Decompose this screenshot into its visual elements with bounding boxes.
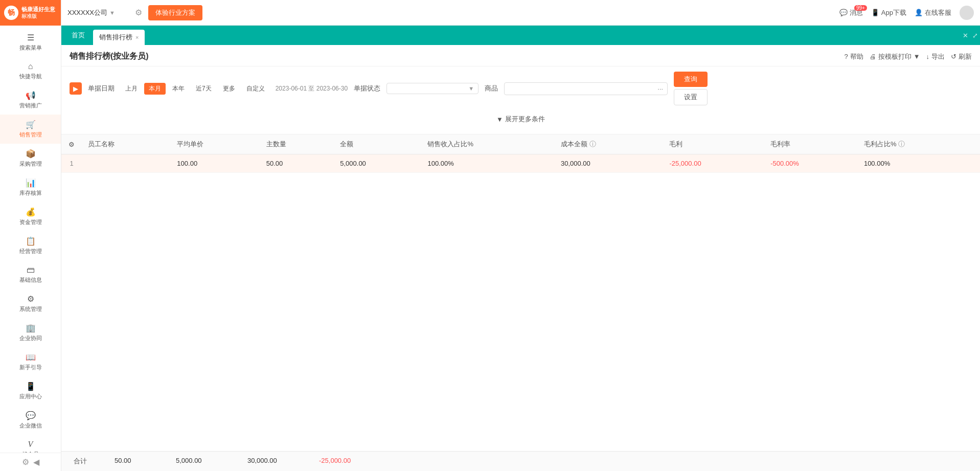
table-row: 1 100.00 50.00 5,000.00 100.00% 30,000.0…	[61, 154, 980, 173]
logo-sub: 标准版	[21, 13, 55, 20]
tab-maximize-btn[interactable]: ⤢	[972, 32, 978, 39]
goods-more-btn[interactable]: ···	[657, 85, 663, 93]
company-name: XXXXXX公司	[67, 8, 107, 17]
sidebar-logo: 畅 畅康通好生意 标准版	[0, 0, 61, 26]
sidebar-item-sales-label: 销售管理	[19, 131, 42, 139]
topbar-gear-icon[interactable]: ⚙	[133, 6, 144, 19]
logo-app-name: 畅康通好生意	[21, 6, 55, 13]
shortcut-custom[interactable]: 自定义	[242, 83, 269, 95]
user-avatar[interactable]	[960, 6, 974, 20]
profit-ratio-info-icon: ⓘ	[898, 140, 905, 148]
sidebar-item-system-label: 系统管理	[19, 305, 42, 313]
tab-close-icon[interactable]: ×	[135, 34, 139, 40]
settings-btn[interactable]: 设置	[674, 89, 708, 105]
query-btn[interactable]: 查询	[674, 72, 708, 87]
expand-more-btn[interactable]: ▼ 展开更多条件	[496, 113, 545, 126]
shortcut-last-month[interactable]: 上月	[121, 83, 142, 95]
help-btn[interactable]: ? 帮助	[844, 52, 863, 61]
wechat-icon: 💬	[26, 411, 36, 420]
operation-icon: 📋	[26, 236, 36, 246]
export-btn[interactable]: ↓ 导出	[926, 52, 945, 61]
sidebar-item-finance-label: 资金管理	[19, 218, 42, 226]
expand-more-row: ▼ 展开更多条件	[70, 109, 972, 129]
sidebar-item-purchase[interactable]: 📦 采购管理	[0, 144, 61, 173]
shortcut-7days[interactable]: 近7天	[191, 83, 216, 95]
sidebar-item-wechat[interactable]: 💬 企业微信	[0, 406, 61, 435]
print-label: 按模板打印	[878, 52, 911, 61]
col-sales-ratio: 销售收入占比%	[421, 134, 555, 154]
sidebar-item-inventory-label: 库存核算	[19, 189, 42, 197]
system-icon: ⚙	[27, 294, 34, 304]
member-icon: V	[28, 440, 33, 449]
expand-more-label: 展开更多条件	[505, 115, 545, 124]
sidebar-item-search[interactable]: ☰ 搜索菜单	[0, 28, 61, 57]
finance-icon: 💰	[26, 207, 36, 217]
col-profit: 毛利	[663, 134, 764, 154]
sidebar-menu: ☰ 搜索菜单 ⌂ 快捷导航 📢 营销推广 🛒 销售管理 📦 采购管理 📊 库存核…	[0, 26, 61, 453]
message-btn[interactable]: 💬 消息 99+	[839, 8, 863, 17]
message-badge: 99+	[854, 5, 867, 11]
sidebar-item-guide[interactable]: 📖 新手引导	[0, 347, 61, 376]
tab-sales-ranking[interactable]: 销售排行榜 ×	[93, 30, 145, 45]
sidebar-item-basic-info[interactable]: 🗃 基础信息	[0, 260, 61, 289]
col-cost: 成本全额 ⓘ	[555, 134, 664, 154]
appstore-icon: 📱	[26, 382, 36, 391]
table-header-row: ⚙ 员工名称 平均单价 主数量 全额 销售收入占比% 成本全额 ⓘ 毛利 毛利率	[61, 134, 980, 154]
tab-home[interactable]: 首页	[63, 26, 93, 45]
sidebar-item-inventory[interactable]: 📊 库存核算	[0, 173, 61, 202]
print-btn[interactable]: 🖨 按模板打印 ▼	[870, 52, 920, 61]
sidebar-item-appstore-label: 应用中心	[19, 393, 42, 400]
guide-icon: 📖	[26, 352, 36, 362]
sidebar-collapse-icon[interactable]: ◀	[33, 457, 39, 467]
shortcut-this-year[interactable]: 本年	[168, 83, 189, 95]
date-shortcuts: 上月 本月 本年 近7天 更多 自定义	[121, 83, 269, 95]
sidebar-item-marketing[interactable]: 📢 营销推广	[0, 85, 61, 115]
goods-input[interactable]: ···	[504, 82, 668, 95]
sidebar-item-nav[interactable]: ⌂ 快捷导航	[0, 57, 61, 85]
sidebar-settings-icon[interactable]: ⚙	[22, 457, 29, 467]
sidebar-item-system[interactable]: ⚙ 系统管理	[0, 289, 61, 318]
col-avg-price: 平均单价	[171, 134, 260, 154]
help-icon: ?	[844, 53, 848, 60]
sidebar-item-member[interactable]: V 畅会员	[0, 435, 61, 453]
refresh-btn[interactable]: ↺ 刷新	[951, 52, 972, 61]
page-content: 销售排行榜(按业务员) ? 帮助 🖨 按模板打印 ▼ ↓ 导出 ↺ 刷新	[61, 45, 980, 471]
status-select[interactable]: ▼	[386, 83, 478, 94]
shortcut-this-month[interactable]: 本月	[144, 83, 166, 95]
filter-row-1: ▶ 单据日期 上月 本月 本年 近7天 更多 自定义 2023-06-01 至 …	[70, 72, 972, 105]
table-footer: 合计 50.00 5,000.00 30,000.00 -25,000.00	[61, 451, 980, 471]
footer-amount: 5,000.00	[170, 457, 241, 466]
cell-rank: 1	[61, 154, 82, 173]
sidebar-item-wechat-label: 企业微信	[19, 422, 42, 430]
message-icon: 💬	[839, 9, 848, 16]
sidebar: 畅 畅康通好生意 标准版 ☰ 搜索菜单 ⌂ 快捷导航 📢 营销推广 🛒 销售管理…	[0, 0, 61, 471]
basic-info-icon: 🗃	[27, 265, 35, 275]
tabbar: 首页 销售排行榜 × ✕ ⤢	[61, 26, 980, 45]
online-service-btn[interactable]: 👤 在线客服	[915, 8, 951, 17]
sidebar-item-enterprise[interactable]: 🏢 企业协同	[0, 318, 61, 347]
topbar: XXXXXX公司 ▼ ⚙ 体验行业方案 💬 消息 99+ 📱 App下载 👤 在…	[61, 0, 980, 26]
tab-close-btn[interactable]: ✕	[963, 32, 968, 39]
tabbar-controls: ✕ ⤢	[963, 32, 978, 39]
footer-label: 合计	[67, 457, 108, 466]
filter-toggle-btn[interactable]: ▶	[70, 82, 82, 95]
col-amount: 全额	[334, 134, 421, 154]
col-employee: 员工名称	[82, 134, 171, 154]
sidebar-item-operation-label: 经营管理	[19, 248, 42, 255]
trial-btn[interactable]: 体验行业方案	[148, 5, 202, 20]
sidebar-item-sales[interactable]: 🛒 销售管理	[0, 115, 61, 144]
sidebar-item-operation[interactable]: 📋 经营管理	[0, 231, 61, 260]
online-service-label: 在线客服	[925, 8, 951, 17]
sidebar-item-finance[interactable]: 💰 资金管理	[0, 202, 61, 231]
purchase-icon: 📦	[26, 149, 36, 159]
company-selector[interactable]: XXXXXX公司 ▼	[67, 8, 129, 17]
app-download-btn[interactable]: 📱 App下载	[871, 8, 906, 17]
sidebar-item-appstore[interactable]: 📱 应用中心	[0, 376, 61, 406]
col-qty: 主数量	[260, 134, 334, 154]
online-service-icon: 👤	[915, 9, 923, 16]
cell-profit-ratio: 100.00%	[858, 154, 980, 173]
col-settings[interactable]: ⚙	[61, 134, 82, 154]
date-range-display[interactable]: 2023-06-01 至 2023-06-30	[276, 84, 348, 93]
tab-label: 销售排行榜	[99, 33, 132, 42]
shortcut-more[interactable]: 更多	[218, 83, 240, 95]
